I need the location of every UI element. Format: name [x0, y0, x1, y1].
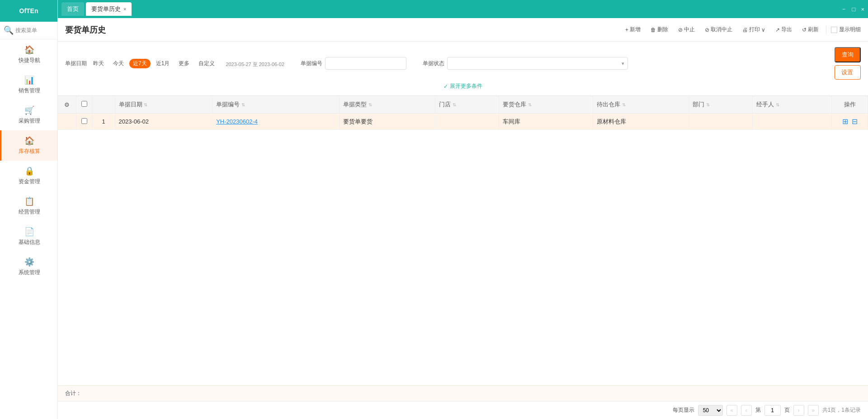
refresh-button[interactable]: ↺ 刷新 [799, 24, 821, 35]
date-last-month[interactable]: 近1月 [152, 59, 174, 68]
row-edit-icon[interactable]: ⊞ [842, 117, 848, 126]
date-today[interactable]: 今天 [109, 59, 127, 68]
row-department [689, 114, 753, 130]
next-page-btn[interactable]: › [793, 405, 804, 416]
col-pending-warehouse[interactable]: 待出仓库 ⇅ [593, 96, 689, 114]
tab-close-icon[interactable]: × [123, 6, 126, 12]
sidebar-item-search-menu[interactable]: 🔍 搜索菜单 [0, 22, 57, 39]
sidebar-item-sales[interactable]: 📊 销售管理 [0, 70, 57, 100]
lock-icon: 🔒 [24, 166, 34, 176]
expand-more-btn[interactable]: ✓ 展开更多条件 [65, 82, 861, 92]
query-buttons: 查询 设置 [835, 47, 861, 80]
sidebar-item-label: 销售管理 [19, 87, 40, 95]
row-checkbox[interactable] [81, 118, 87, 124]
expand-icon: ✓ [443, 83, 448, 90]
restore-btn[interactable]: □ [852, 6, 856, 13]
stop-icon: ⊘ [678, 27, 683, 33]
sort-icon-handler: ⇅ [776, 102, 779, 107]
row-actions: ⊞ ⊟ [835, 117, 864, 126]
page-size-select[interactable]: 50 10 20 100 [698, 405, 723, 416]
row-bill-date: 2023-06-02 [115, 114, 212, 130]
last-page-btn[interactable]: » [808, 405, 819, 416]
stop-button[interactable]: ⊘ 中止 [675, 24, 698, 35]
document-icon: 📄 [24, 227, 34, 237]
col-bill-type[interactable]: 单据类型 ⇅ [340, 96, 435, 114]
prev-page-btn[interactable]: ‹ [741, 405, 752, 416]
col-bill-date[interactable]: 单据日期 ⇅ [115, 96, 212, 114]
sidebar-item-label: 系统管理 [19, 269, 40, 276]
bill-no-input[interactable] [325, 57, 406, 70]
sidebar-item-quick-nav[interactable]: 🏠 快捷导航 [0, 39, 57, 70]
show-detail-label: 显示明细 [839, 26, 861, 33]
show-detail-checkbox[interactable] [831, 27, 837, 33]
total-info: 共1页，1条记录 [822, 406, 861, 414]
sort-icon-bill-type: ⇅ [368, 102, 372, 107]
sidebar-item-purchase[interactable]: 🛒 采购管理 [0, 100, 57, 130]
tab-home[interactable]: 首页 [61, 2, 84, 16]
bill-no-label: 单据编号 [301, 60, 322, 67]
show-detail-toggle[interactable]: 显示明细 [831, 26, 861, 33]
gear-icon: ⚙️ [24, 257, 34, 267]
page-number-input[interactable] [764, 405, 781, 416]
date-custom[interactable]: 自定义 [195, 59, 218, 68]
bill-no-link[interactable]: YH-20230602-4 [216, 118, 258, 125]
date-yesterday[interactable]: 昨天 [90, 59, 108, 68]
column-settings-icon[interactable]: ⚙ [64, 101, 70, 108]
col-req-warehouse[interactable]: 要货仓库 ⇅ [499, 96, 593, 114]
sort-icon-pending-warehouse: ⇅ [622, 102, 626, 107]
new-button[interactable]: + 新增 [623, 24, 643, 35]
data-table: ⚙ 单据日期 ⇅ 单据编号 ⇅ 单据类型 [58, 96, 868, 130]
sidebar-item-basic-info[interactable]: 📄 基础信息 [0, 221, 57, 252]
cancel-stop-button[interactable]: ⊘ 取消中止 [702, 24, 735, 35]
col-settings[interactable]: ⚙ [58, 96, 76, 114]
sidebar-item-label: 快捷导航 [19, 57, 40, 64]
sidebar-item-inventory[interactable]: 🏠 库存核算 [0, 130, 57, 161]
status-label: 单据状态 [423, 60, 444, 67]
page-title: 要货单历史 [65, 24, 623, 35]
date-more[interactable]: 更多 [175, 59, 193, 68]
sort-icon-bill-no: ⇅ [241, 102, 245, 107]
col-checkbox[interactable] [76, 96, 92, 114]
settings-button[interactable]: 设置 [835, 65, 861, 80]
col-department[interactable]: 部门 ⇅ [689, 96, 753, 114]
sidebar-item-system[interactable]: ⚙️ 系统管理 [0, 252, 57, 282]
sidebar-item-operations[interactable]: 📋 经营管理 [0, 191, 57, 221]
sort-icon-req-warehouse: ⇅ [528, 102, 532, 107]
sidebar-item-label: 基础信息 [19, 238, 40, 246]
col-bill-no[interactable]: 单据编号 ⇅ [212, 96, 340, 114]
minimize-btn[interactable]: － [841, 5, 847, 13]
search-icon: 🔍 [4, 25, 14, 35]
col-handler[interactable]: 经手人 ⇅ [753, 96, 832, 114]
delete-button[interactable]: 🗑 删除 [648, 24, 671, 35]
row-bill-type: 要货单要货 [340, 114, 435, 130]
first-page-btn[interactable]: « [726, 405, 737, 416]
query-button[interactable]: 查询 [835, 47, 861, 62]
refresh-icon: ↺ [802, 27, 807, 33]
new-icon: + [625, 27, 628, 33]
tab-requisition-history[interactable]: 要货单历史 × [86, 2, 132, 16]
date-filter: 单据日期 昨天 今天 近7天 近1月 更多 自定义 [65, 59, 218, 68]
print-button[interactable]: 🖨 打印 ∨ [740, 24, 768, 35]
sort-icon-store: ⇅ [453, 102, 456, 107]
select-all-checkbox[interactable] [81, 101, 87, 107]
col-store[interactable]: 门店 ⇅ [435, 96, 499, 114]
sort-icon-bill-date: ⇅ [144, 102, 147, 107]
row-action-col: ⊞ ⊟ [832, 114, 868, 130]
export-button[interactable]: ↗ 导出 [773, 24, 795, 35]
tab-bar: 首页 要货单历史 × － □ × [58, 0, 868, 18]
row-checkbox-col[interactable] [76, 114, 92, 130]
filter-row: 单据日期 昨天 今天 近7天 近1月 更多 自定义 2023-05-27 至 2… [65, 47, 861, 80]
row-bill-no[interactable]: YH-20230602-4 [212, 114, 340, 130]
status-select[interactable] [447, 57, 628, 70]
row-handler [753, 114, 832, 130]
row-seq: 1 [92, 114, 115, 130]
tab-requisition-label: 要货单历史 [91, 5, 121, 13]
date-range-display: 2023-05-27 至 2023-06-02 [226, 61, 284, 68]
row-more-icon[interactable]: ⊟ [852, 117, 858, 126]
close-btn[interactable]: × [861, 6, 864, 13]
pagination: 每页显示 50 10 20 100 « ‹ 第 页 › » 共1页，1条记录 [58, 401, 868, 419]
tab-home-label: 首页 [67, 5, 79, 13]
sidebar-item-finance[interactable]: 🔒 资金管理 [0, 161, 57, 191]
date-last7days[interactable]: 近7天 [129, 59, 151, 68]
clipboard-icon: 📋 [24, 196, 34, 206]
